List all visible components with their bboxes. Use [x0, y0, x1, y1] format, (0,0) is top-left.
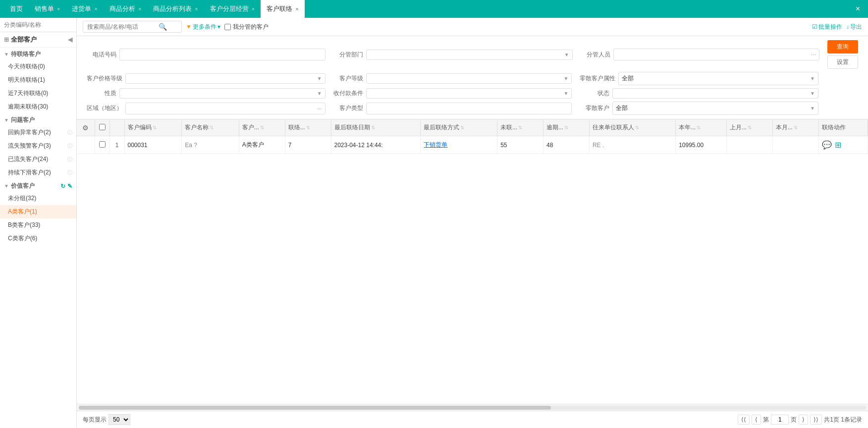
this-year-column-header[interactable]: 本年... ⇅ — [676, 119, 727, 136]
query-button[interactable]: 查询 — [827, 40, 858, 54]
settings-button[interactable]: 设置 — [827, 55, 858, 69]
refresh-value-icon[interactable]: ↻ — [60, 183, 65, 190]
info-icon-4[interactable]: ⓘ — [67, 169, 72, 176]
nature-select[interactable]: ▼ — [119, 88, 326, 99]
customer-name-column-header[interactable]: 客户名称 ⇅ — [182, 119, 239, 136]
settings-column-header[interactable]: ⚙ — [77, 119, 95, 136]
region-select[interactable]: ··· — [125, 103, 326, 114]
uncontacted-column-header[interactable]: 未联... ⇅ — [497, 119, 543, 136]
page-number-input[interactable] — [771, 415, 789, 425]
sidebar-item-overdue[interactable]: 逾期未联络(30) — [0, 100, 76, 113]
filter-row-2: 客户价格等级 ▼ 客户等级 ▼ 零散客户属性 全部 — [83, 72, 862, 85]
info-icon-1[interactable]: ⓘ — [67, 129, 72, 136]
phone-input[interactable] — [119, 49, 326, 60]
main-search-icon[interactable]: 🔍 — [159, 23, 167, 31]
column-settings-icon[interactable]: ⚙ — [82, 124, 89, 132]
last-contact-date-column-header[interactable]: 最后联络日期 ⇅ — [331, 119, 421, 136]
batch-operation-button[interactable]: ☑ 批量操作 — [812, 23, 842, 31]
main-search-box: 🔍 — [83, 21, 182, 33]
sidebar-item-class-c[interactable]: C类客户(6) — [0, 232, 76, 245]
row-message-icon[interactable]: 💬 — [822, 140, 832, 150]
customer-level-select[interactable]: ▼ — [366, 73, 572, 84]
sidebar-item-tomorrow[interactable]: 明天待联络(1) — [0, 73, 76, 87]
top-nav: 首页 销售单 × 进货单 × 商品分析 × 商品分析列表 × 客户分层经营 × … — [0, 0, 868, 18]
sidebar: 🔍 ⊞ 全部客户 ◀ ▼ 待联络客户 今天待联络(0) 明天待联络(1) 近7天… — [0, 18, 77, 428]
actions-column-header: 联络动作 — [818, 119, 868, 136]
payment-select[interactable]: ▼ — [366, 88, 572, 99]
next-page-button[interactable]: ⟩ — [799, 415, 808, 425]
retail-customer-select[interactable]: 全部 ▼ — [612, 102, 818, 115]
sidebar-item-class-a[interactable]: A类客户(1) — [0, 205, 76, 218]
unit-contact-column-header[interactable]: 往来单位联系人 ⇅ — [589, 119, 675, 136]
last-contact-method-link[interactable]: 下销货单 — [424, 141, 447, 148]
sidebar-item-repurchase-anomaly[interactable]: 回购异常客户(2) ⓘ — [0, 126, 76, 139]
close-salesorder-icon[interactable]: × — [57, 6, 60, 12]
row-customer-type-cell: A类客户 — [239, 136, 285, 154]
nav-tab-salesorder[interactable]: 销售单 × — [29, 0, 66, 18]
nav-tab-purchase[interactable]: 进货单 × — [66, 0, 103, 18]
edit-value-icon[interactable]: ✎ — [67, 183, 72, 190]
phone-label: 电话号码 — [87, 51, 116, 59]
this-month-column-header[interactable]: 本月... ⇅ — [772, 119, 818, 136]
nav-tab-customer-tier[interactable]: 客户分层经营 × — [204, 0, 261, 18]
scrollbar-thumb[interactable] — [79, 406, 551, 410]
prev-page-button[interactable]: ⟨ — [752, 415, 761, 425]
customer-type-input[interactable] — [366, 103, 572, 114]
close-purchase-icon[interactable]: × — [94, 6, 97, 12]
filter-cell-customer-type: 客户类型 — [329, 103, 576, 114]
customer-code-column-header[interactable]: 客户编码 ⇅ — [124, 119, 182, 136]
my-customer-checkbox[interactable] — [224, 24, 231, 30]
info-icon-3[interactable]: ⓘ — [67, 156, 72, 163]
retail-attr-select[interactable]: 全部 ▼ — [618, 72, 818, 85]
manager-select[interactable]: ··· — [613, 49, 819, 60]
sort-contact-icon: ⇅ — [306, 125, 310, 130]
filter-cell-nature: 性质 ▼ — [83, 88, 329, 99]
sidebar-item-churn-warning[interactable]: 流失预警客户(3) ⓘ — [0, 139, 76, 153]
customer-type-label: 客户类型 — [333, 104, 363, 112]
nav-home[interactable]: 首页 — [4, 0, 29, 18]
sidebar-item-7days[interactable]: 近7天待联络(0) — [0, 87, 76, 100]
row-checkbox[interactable] — [99, 141, 106, 148]
main-search-input[interactable] — [87, 23, 157, 30]
row-qr-icon[interactable]: ⊞ — [835, 140, 841, 150]
dept-select[interactable]: ▼ — [366, 50, 572, 60]
nav-tab-analysis[interactable]: 商品分析 × — [104, 0, 147, 18]
sidebar-search-input[interactable] — [4, 21, 77, 28]
close-customer-tier-icon[interactable]: × — [252, 6, 255, 12]
all-customers-header[interactable]: ⊞ 全部客户 ◀ — [0, 32, 76, 48]
row-customer-code-cell: 000031 — [124, 136, 182, 154]
sidebar-item-class-b[interactable]: B类客户(33) — [0, 218, 76, 232]
overdue-column-header[interactable]: 逾期... ⇅ — [543, 119, 590, 136]
price-level-select[interactable]: ▼ — [125, 73, 326, 84]
manager-dots-icon: ··· — [811, 51, 816, 58]
last-month-column-header[interactable]: 上月... ⇅ — [726, 119, 772, 136]
close-analysis-icon[interactable]: × — [138, 6, 141, 12]
filter-cell-customer-level: 客户等级 ▼ — [329, 73, 576, 84]
arrow-down-icon: ▼ — [4, 52, 9, 57]
status-select[interactable]: ▼ — [612, 88, 818, 99]
sidebar-item-ungrouped[interactable]: 未分组(32) — [0, 192, 76, 205]
customer-type-column-header[interactable]: 客户... ⇅ — [239, 119, 285, 136]
close-customer-contact-icon[interactable]: × — [295, 6, 298, 12]
filter-arrow-icon: ▾ — [217, 23, 220, 30]
global-close-button[interactable]: × — [852, 4, 864, 13]
last-page-button[interactable]: ⟩⟩ — [810, 415, 822, 425]
last-contact-method-column-header[interactable]: 最后联络方式 ⇅ — [421, 119, 497, 136]
payment-arrow-icon: ▼ — [563, 91, 568, 96]
sidebar-item-churned[interactable]: 已流失客户(24) ⓘ — [0, 153, 76, 166]
sidebar-item-declining[interactable]: 持续下滑客户(2) ⓘ — [0, 166, 76, 179]
export-button[interactable]: ↓ 导出 — [846, 23, 862, 31]
collapse-sidebar-icon[interactable]: ◀ — [68, 36, 72, 43]
nav-tab-analysis-list[interactable]: 商品分析列表 × — [147, 0, 204, 18]
close-analysis-list-icon[interactable]: × — [195, 6, 198, 12]
first-page-button[interactable]: ⟨⟨ — [738, 415, 750, 425]
nav-tab-customer-contact[interactable]: 客户联络 × — [261, 0, 304, 18]
sidebar-item-today[interactable]: 今天待联络(0) — [0, 60, 76, 73]
info-icon-2[interactable]: ⓘ — [67, 143, 72, 150]
page-label: 第 — [763, 416, 769, 424]
horizontal-scrollbar[interactable] — [77, 404, 868, 411]
contact-count-column-header[interactable]: 联络... ⇅ — [285, 119, 331, 136]
per-page-select[interactable]: 50 — [108, 414, 130, 425]
more-filter-button[interactable]: ▼ 更多条件 ▾ — [186, 23, 220, 31]
select-all-checkbox[interactable] — [99, 124, 106, 130]
